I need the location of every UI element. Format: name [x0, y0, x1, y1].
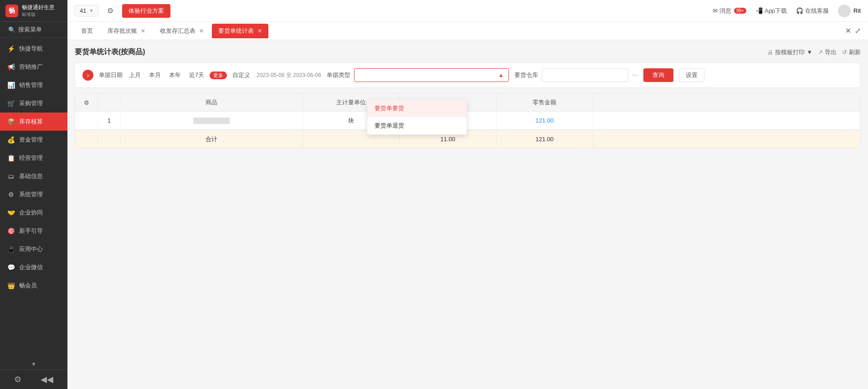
col-settings[interactable]: ⚙ [75, 95, 98, 111]
sidebar-item-sales[interactable]: 📊 销售管理 [0, 76, 67, 94]
date-more-badge[interactable]: 更多 [210, 72, 227, 79]
col-product: 商品 [121, 94, 303, 111]
sidebar-item-cooperation[interactable]: 🤝 企业协同 [0, 204, 67, 222]
footer-label: 合计 [121, 131, 303, 148]
sidebar-item-inventory[interactable]: 📦 库存核算 [0, 113, 67, 131]
filter-more-options-btn[interactable]: ··· [632, 71, 638, 79]
row-amount: 121.00 [497, 113, 593, 128]
sidebar-item-guide[interactable]: 🎯 新手引导 [0, 222, 67, 240]
date-filter-group: 单据日期 上月 本月 本年 近7天 更多 自定义 2023-05-06 至 20… [99, 70, 321, 80]
system-icon: ⚙ [6, 190, 15, 199]
table-row: 1 块 11.00 121.00 [75, 112, 860, 130]
sidebar-item-system[interactable]: ⚙ 系统管理 [0, 185, 67, 204]
warehouse-filter-group: 要货仓库 ··· [514, 68, 638, 82]
sidebar-item-app-center[interactable]: 📱 应用中心 [0, 240, 67, 258]
date-last-month[interactable]: 上月 [126, 70, 144, 80]
query-btn[interactable]: 查询 [643, 68, 673, 82]
row-fill [593, 117, 860, 124]
type-select[interactable]: ▲ [354, 68, 509, 82]
table-settings-btn[interactable]: 设置 [679, 68, 704, 82]
tab-home[interactable]: 首页 [75, 24, 99, 38]
sidebar-item-operation[interactable]: 📋 经营管理 [0, 149, 67, 167]
data-table: ⚙ 商品 主计量单位 主数量 零售金额 1 块 11.00 [75, 93, 861, 148]
sidebar-search[interactable]: 🔍 搜索菜单 [0, 22, 67, 38]
dropdown-item-order-return[interactable]: 要货单退货 [367, 117, 467, 134]
table-header: ⚙ 商品 主计量单位 主数量 零售金额 [75, 94, 860, 112]
date-custom[interactable]: 自定义 [230, 70, 253, 80]
footer-fill [593, 135, 860, 144]
sales-icon: 📊 [6, 81, 15, 90]
date-filter-label: 单据日期 [99, 71, 123, 79]
row-settings [75, 117, 98, 124]
sidebar-settings-btn[interactable]: ⚙ [14, 374, 21, 384]
col-fill [593, 98, 860, 107]
company-selector[interactable]: 41 ▼ [75, 5, 98, 16]
date-this-year[interactable]: 本年 [166, 70, 184, 80]
sidebar-item-purchase[interactable]: 🛒 采购管理 [0, 94, 67, 113]
search-icon: 🔍 [8, 26, 15, 33]
basic-icon: 🗂 [6, 172, 15, 181]
export-btn[interactable]: ↗ 导出 [818, 48, 837, 56]
date-last-7-days[interactable]: 近7天 [186, 70, 207, 80]
tab-batch-account[interactable]: 库存批次账 ✕ [101, 24, 152, 38]
print-btn[interactable]: 🖨 按模板打印 ▼ [767, 48, 812, 56]
sidebar-menu: ⚡ 快捷导航 📢 营销推广 📊 销售管理 🛒 采购管理 📦 库存核算 💰 资金管… [0, 38, 67, 359]
user-menu[interactable]: Rit [838, 5, 861, 17]
date-shortcuts: 上月 本月 本年 近7天 更多 自定义 [126, 70, 253, 80]
type-dropdown: 要货单要货 要货单退货 [367, 99, 467, 135]
vip-icon: 👑 [6, 281, 15, 290]
sidebar-item-wechat[interactable]: 💬 企业微信 [0, 258, 67, 276]
warehouse-filter-label: 要货仓库 [514, 71, 538, 79]
sidebar-item-marketing[interactable]: 📢 营销推广 [0, 58, 67, 76]
footer-amount: 121.00 [497, 131, 593, 147]
tab-batch-account-close[interactable]: ✕ [141, 28, 145, 34]
warehouse-input[interactable] [542, 68, 628, 82]
content-area: 要货单统计表(按商品) 🖨 按模板打印 ▼ ↗ 导出 ↺ 刷新 › [67, 40, 868, 389]
tabbar: 首页 库存批次账 ✕ 收发存汇总表 ✕ 要货单统计表 ✕ ✕ ⤢ [67, 22, 868, 40]
app-download-btn[interactable]: 📲 App下载 [755, 7, 787, 15]
print-chevron-icon: ▼ [806, 49, 812, 56]
tab-expand-btn[interactable]: ⤢ [855, 26, 861, 35]
headset-icon: 🎧 [796, 7, 803, 14]
sidebar-logo-text: 畅捷通好生意 标准版 [22, 4, 55, 17]
filter-expand-btn[interactable]: › [82, 70, 93, 81]
sidebar-item-vip[interactable]: 👑 畅会员 [0, 276, 67, 295]
messages-icon: ✉ [713, 7, 718, 14]
tab-order-summary-close[interactable]: ✕ [257, 28, 262, 34]
date-range-text: 2023-05-06 至 2023-06-06 [257, 72, 321, 79]
row-seq: 1 [98, 113, 121, 128]
page-header: 要货单统计表(按商品) 🖨 按模板打印 ▼ ↗ 导出 ↺ 刷新 [75, 47, 861, 57]
dropdown-item-order-goods[interactable]: 要货单要货 [367, 100, 467, 117]
topbar: 41 ▼ ⚙ 体验行业方案 ✉ 消息 99+ 📲 App下载 🎧 在线客服 R [67, 0, 868, 22]
date-this-month[interactable]: 本月 [146, 70, 164, 80]
col-seq [98, 98, 121, 107]
refresh-btn[interactable]: ↺ 刷新 [842, 48, 861, 56]
refresh-icon: ↺ [842, 49, 847, 56]
sidebar-item-quick-nav[interactable]: ⚡ 快捷导航 [0, 40, 67, 58]
sidebar-scroll-down[interactable]: ▼ [0, 359, 67, 369]
topbar-settings-btn[interactable]: ⚙ [104, 5, 117, 17]
messages-btn[interactable]: ✉ 消息 99+ [713, 7, 746, 15]
table-footer: 合计 11.00 121.00 [75, 130, 860, 148]
online-service-btn[interactable]: 🎧 在线客服 [796, 7, 829, 15]
sidebar-collapse-btn[interactable]: ◀◀ [41, 374, 53, 384]
tab-close-all-btn[interactable]: ✕ [845, 26, 851, 35]
purchase-icon: 🛒 [6, 99, 15, 108]
company-chevron-icon: ▼ [89, 8, 93, 13]
filter-bar: › 单据日期 上月 本月 本年 近7天 更多 自定义 2023-05-06 至 … [75, 62, 861, 88]
app-download-icon: 📲 [755, 7, 763, 14]
guide-icon: 🎯 [6, 226, 15, 235]
row-amount-link[interactable]: 121.00 [535, 117, 554, 124]
tab-receive-summary-close[interactable]: ✕ [199, 28, 204, 34]
main-area: 41 ▼ ⚙ 体验行业方案 ✉ 消息 99+ 📲 App下载 🎧 在线客服 R [67, 0, 868, 389]
sidebar-item-basic[interactable]: 🗂 基础信息 [0, 167, 67, 185]
finance-icon: 💰 [6, 135, 15, 144]
app-center-icon: 📱 [6, 245, 15, 254]
footer-seq [98, 135, 121, 144]
trial-industry-btn[interactable]: 体验行业方案 [122, 4, 170, 18]
sidebar-logo-icon: 畅 [5, 5, 18, 17]
sidebar-item-finance[interactable]: 💰 资金管理 [0, 131, 67, 149]
cooperation-icon: 🤝 [6, 208, 15, 217]
tab-receive-summary[interactable]: 收发存汇总表 ✕ [154, 24, 210, 38]
tab-order-summary[interactable]: 要货单统计表 ✕ [212, 24, 268, 38]
